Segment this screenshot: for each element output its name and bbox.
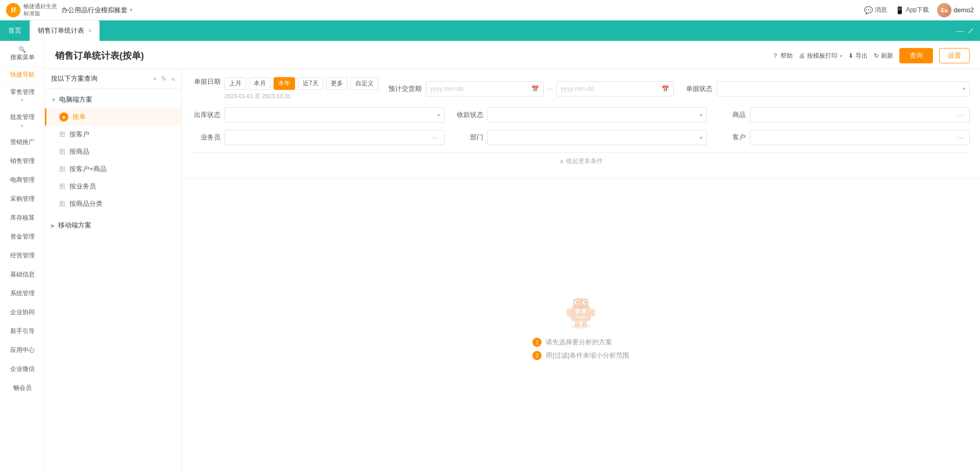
period-last-month[interactable]: 上月 — [225, 77, 246, 90]
search-menu-item[interactable]: 🔍 搜索菜单 — [0, 41, 44, 67]
scheme-icon: 图 — [59, 148, 65, 156]
app-download-button[interactable]: 📱 App下载 — [895, 6, 929, 14]
scheme-item-by-category[interactable]: 图 按商品分类 — [45, 195, 181, 213]
ship-status-select[interactable]: ▾ — [225, 107, 445, 123]
breadcrumb-text: 办公用品行业模拟账套 — [61, 6, 128, 15]
sidebar-item-member[interactable]: 畅会员 — [0, 379, 44, 397]
sidebar-item-inventory[interactable]: 库存核算 — [0, 208, 44, 227]
sidebar-item-purchase[interactable]: 采购管理 — [0, 190, 44, 208]
window-minimize-icon[interactable]: — — [957, 27, 964, 35]
sidebar-item-retail[interactable]: 零售管理 ▾ — [0, 83, 44, 108]
sidebar-item-operations[interactable]: 经营管理 — [0, 246, 44, 265]
customer-label: 客户 — [717, 133, 746, 142]
top-bar-left: 好 畅捷通好生意 标准版 办公用品行业模拟账套 ▾ — [6, 3, 133, 17]
help-button[interactable]: ？ 帮助 — [772, 52, 793, 60]
svg-rect-12 — [582, 321, 587, 327]
period-filter-group: 单据日期 上月 本月 本年 近7天 更多 自定义 20 — [192, 77, 378, 100]
more-options-icon[interactable]: ··· — [955, 133, 965, 141]
window-maximize-icon[interactable]: ⤢ — [968, 27, 974, 35]
sidebar-item-finance[interactable]: 资金管理 — [0, 227, 44, 246]
dropdown-arrow-icon: ▾ — [963, 86, 965, 91]
dropdown-arrow-icon: ▾ — [700, 112, 702, 118]
calendar-icon: 📅 — [662, 85, 669, 92]
scheme-item-by-order[interactable]: ● 按单 — [45, 108, 181, 126]
sidebar-item-enterprise[interactable]: 企业协同 — [0, 303, 44, 322]
date-start-input[interactable]: yyyy-mm-dd 📅 — [426, 81, 544, 97]
dept-label: 部门 — [455, 133, 483, 142]
sidebar-item-sales[interactable]: 销售管理 — [0, 152, 44, 171]
date-end-input[interactable]: yyyy-mm-dd 📅 — [556, 81, 674, 97]
receipt-status-select[interactable]: ▾ — [487, 107, 707, 123]
sidebar-item-wholesale[interactable]: 批发管理 ▴ — [0, 108, 44, 133]
sidebar-item-system[interactable]: 系统管理 — [0, 284, 44, 303]
empty-illustration — [560, 291, 601, 332]
sidebar-item-marketing[interactable]: 营销推广 — [0, 133, 44, 152]
sidebar-item-wechat[interactable]: 企业微信 — [0, 360, 44, 379]
breadcrumb-dropdown-icon[interactable]: ▾ — [130, 7, 133, 13]
calendar-icon: 📅 — [531, 85, 539, 92]
print-icon: 🖨 — [799, 52, 805, 59]
sidebar-item-apps[interactable]: 应用中心 — [0, 341, 44, 360]
receipt-status-group: 收款状态 ▾ — [455, 107, 707, 123]
breadcrumb[interactable]: 办公用品行业模拟账套 ▾ — [61, 6, 133, 15]
period-more[interactable]: 更多 — [326, 77, 348, 90]
edit-scheme-button[interactable]: ✎ — [161, 75, 167, 83]
collapse-panel-button[interactable]: « — [171, 75, 175, 83]
dept-select[interactable]: ▾ — [487, 130, 707, 145]
scheme-item-by-customer[interactable]: 图 按客户 — [45, 126, 181, 143]
query-button[interactable]: 查询 — [899, 48, 933, 63]
avatar: Ea — [937, 3, 951, 17]
tab-home[interactable]: 首页 — [0, 20, 30, 41]
scheme-item-by-customer-goods[interactable]: 图 按客户+商品 — [45, 160, 181, 178]
quick-nav-item[interactable]: 快捷导航 — [0, 67, 44, 83]
panel-toolbar: 按以下方案查询 + ✎ « — [45, 69, 181, 89]
scheme-group-pc-header[interactable]: ▼ 电脑端方案 — [45, 91, 181, 108]
scheme-icon: 图 — [59, 200, 65, 208]
date-range-picker: yyyy-mm-dd 📅 — yyyy-mm-dd 📅 — [426, 81, 674, 97]
period-custom[interactable]: 自定义 — [351, 77, 378, 90]
export-button[interactable]: ⬇ 导出 — [848, 52, 868, 60]
message-icon: 💬 — [864, 6, 873, 14]
empty-hint-2: 2 用[过滤]条件来缩小分析范围 — [532, 351, 629, 360]
svg-rect-11 — [575, 321, 580, 327]
collapse-filter-button[interactable]: ∧ 收起更多条件 — [192, 152, 970, 170]
period-7days[interactable]: 近7天 — [298, 77, 323, 90]
period-this-month[interactable]: 本月 — [249, 77, 271, 90]
page-title: 销售订单统计表(按单) — [55, 50, 144, 62]
scheme-item-by-salesman[interactable]: 图 按业务员 — [45, 178, 181, 195]
tab-close-icon[interactable]: × — [88, 28, 91, 34]
scheme-item-by-goods[interactable]: 图 按商品 — [45, 143, 181, 160]
svg-rect-9 — [567, 309, 571, 317]
goods-select[interactable]: ··· — [750, 107, 970, 123]
chevron-up-icon: ▴ — [21, 123, 23, 128]
right-panel: 单据日期 上月 本月 本年 近7天 更多 自定义 20 — [182, 69, 980, 472]
refresh-button[interactable]: ↻ 刷新 — [874, 52, 893, 60]
export-icon: ⬇ — [848, 52, 853, 59]
status-filter-group: 单据状态 ▾ — [684, 81, 970, 97]
dropdown-arrow-icon: ▾ — [700, 135, 702, 140]
salesman-group: 业务员 ··· — [192, 130, 445, 145]
period-this-year[interactable]: 本年 — [274, 77, 295, 90]
sidebar-item-basic-info[interactable]: 基础信息 — [0, 265, 44, 284]
sidebar-item-ecommerce[interactable]: 电商管理 — [0, 171, 44, 190]
message-button[interactable]: 💬 消息 — [864, 6, 887, 14]
settings-button[interactable]: 设置 — [939, 48, 970, 63]
salesman-select[interactable]: ··· — [225, 130, 445, 145]
scheme-group-mobile-header[interactable]: ▶ 移动端方案 — [45, 217, 181, 234]
more-options-icon[interactable]: ··· — [430, 133, 440, 141]
svg-point-5 — [576, 301, 578, 303]
svg-point-6 — [584, 301, 586, 303]
tab-sales-stats[interactable]: 销售订单统计表 × — [30, 20, 100, 41]
add-scheme-button[interactable]: + — [153, 75, 157, 83]
sidebar-item-guide[interactable]: 新手引导 — [0, 322, 44, 341]
more-options-icon[interactable]: ··· — [955, 111, 965, 119]
period-buttons: 上月 本月 本年 近7天 更多 自定义 — [225, 77, 378, 90]
phone-icon: 📱 — [895, 6, 904, 14]
empty-hints: 1 请先选择要分析的方案 2 用[过滤]条件来缩小分析范围 — [532, 338, 629, 360]
print-button[interactable]: 🖨 按模板打印 ▾ — [799, 52, 842, 60]
user-menu[interactable]: Ea demo2 — [937, 3, 974, 17]
svg-point-0 — [571, 324, 591, 329]
status-select[interactable]: ▾ — [717, 81, 970, 97]
expected-date-label: 预计交货期 — [388, 84, 422, 93]
customer-select[interactable]: ··· — [750, 130, 970, 145]
